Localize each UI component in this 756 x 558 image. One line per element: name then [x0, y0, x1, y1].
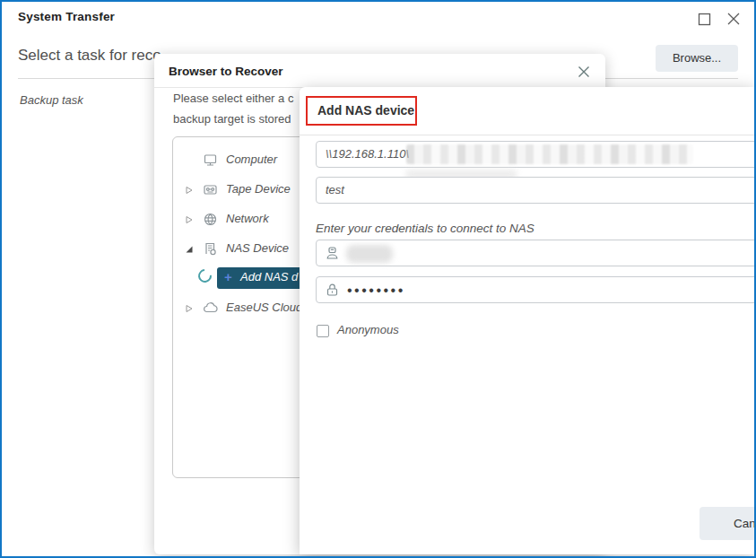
censored-region [406, 144, 693, 164]
chevron-right-icon[interactable] [185, 215, 194, 224]
credentials-label: Enter your credentials to connect to NAS [316, 222, 534, 235]
password-input[interactable]: •••••••• [316, 276, 754, 303]
loading-spinner-icon [196, 266, 214, 285]
password-dots: •••••••• [347, 277, 405, 303]
cloud-icon [203, 301, 218, 316]
maximize-button[interactable] [697, 11, 713, 27]
window-title: System Transfer [18, 10, 115, 23]
censored-username [346, 245, 393, 263]
chevron-expanded-icon[interactable] [185, 245, 194, 254]
dialog-title: Browser to Recover [169, 65, 283, 78]
backup-task-label: Backup task [20, 93, 83, 107]
plus-icon: + [224, 269, 232, 284]
share-name-value: test [326, 178, 344, 203]
network-globe-icon [203, 212, 218, 227]
tree-item-label: NAS Device [226, 241, 289, 255]
chevron-right-icon[interactable] [185, 186, 194, 195]
add-nas-device-dialog: Add NAS device \\192.168.1.110\ test Ent… [300, 87, 754, 554]
red-annotation-box: Add NAS device [306, 96, 417, 126]
username-input[interactable] [316, 240, 754, 266]
nas-device-icon [203, 241, 218, 257]
cancel-button[interactable]: Can [700, 507, 754, 540]
chevron-right-icon[interactable] [185, 304, 194, 313]
tree-item-label: Tape Device [226, 182, 291, 196]
dialog-message-line2: backup target is stored [173, 112, 291, 126]
server-path-input[interactable]: \\192.168.1.110\ [316, 141, 754, 168]
lock-icon [325, 283, 340, 298]
tree-item-label: Computer [226, 153, 277, 166]
page-title: Select a task for reco [18, 47, 161, 65]
dialog-message-line1: Please select either a c [173, 92, 293, 105]
dialog-title: Add NAS device [317, 103, 414, 118]
tree-item-label: EaseUS Cloud ( [226, 301, 309, 314]
close-button[interactable] [726, 11, 742, 27]
dialog-close-button[interactable] [577, 65, 591, 79]
anonymous-label: Anonymous [337, 323, 399, 336]
browse-button[interactable]: Browse... [656, 45, 738, 72]
tree-item-label: Network [226, 212, 269, 225]
close-icon [726, 11, 742, 27]
app-window: System Transfer Select a task for reco B… [0, 0, 756, 558]
server-path-value: \\192.168.1.110\ [326, 142, 409, 167]
dialog-header-divider [300, 135, 754, 135]
user-icon [325, 246, 340, 261]
close-icon [577, 65, 591, 79]
maximize-icon [697, 11, 713, 27]
share-name-input[interactable]: test [316, 177, 754, 204]
anonymous-checkbox[interactable] [317, 325, 329, 337]
computer-icon [203, 153, 218, 168]
tree-item-label: Add NAS d [240, 270, 298, 283]
tape-device-icon [203, 182, 218, 197]
